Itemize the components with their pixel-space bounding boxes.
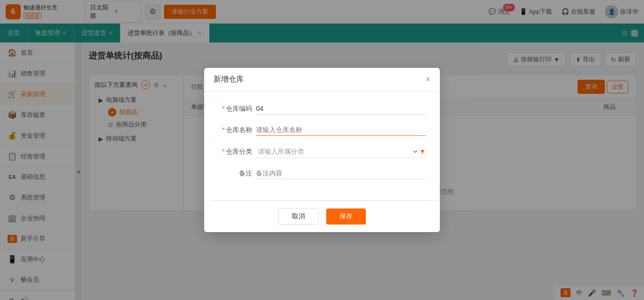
category-select-wrapper: 请输入所属分类 ▼: [256, 145, 426, 158]
cancel-button[interactable]: 取消: [278, 208, 319, 225]
dialog-close-button[interactable]: ×: [425, 75, 430, 84]
dialog-header: 新增仓库 ×: [204, 68, 440, 92]
form-row-note: 备注: [218, 167, 426, 179]
dialog-overlay: 新增仓库 × 仓库编码 仓库名称 仓库分类 请输入所属分类 ▼: [0, 0, 644, 300]
category-label: 仓库分类: [218, 148, 256, 156]
warehouse-code-input[interactable]: [256, 103, 426, 115]
form-row-category: 仓库分类 请输入所属分类 ▼: [218, 145, 426, 158]
name-label: 仓库名称: [218, 126, 256, 134]
select-arrow-icon: ▼: [419, 148, 426, 155]
note-label: 备注: [218, 169, 256, 178]
dialog-footer: 取消 保存: [204, 200, 440, 232]
form-row-code: 仓库编码: [218, 103, 426, 115]
new-warehouse-dialog: 新增仓库 × 仓库编码 仓库名称 仓库分类 请输入所属分类 ▼: [204, 68, 440, 232]
form-row-name: 仓库名称: [218, 124, 426, 136]
dialog-title: 新增仓库: [214, 75, 244, 84]
warehouse-category-select[interactable]: 请输入所属分类: [256, 145, 419, 158]
save-button[interactable]: 保存: [326, 208, 366, 225]
warehouse-note-input[interactable]: [256, 167, 426, 179]
warehouse-name-input[interactable]: [256, 124, 426, 136]
dialog-body: 仓库编码 仓库名称 仓库分类 请输入所属分类 ▼ 备注: [204, 92, 440, 200]
code-label: 仓库编码: [218, 105, 256, 113]
